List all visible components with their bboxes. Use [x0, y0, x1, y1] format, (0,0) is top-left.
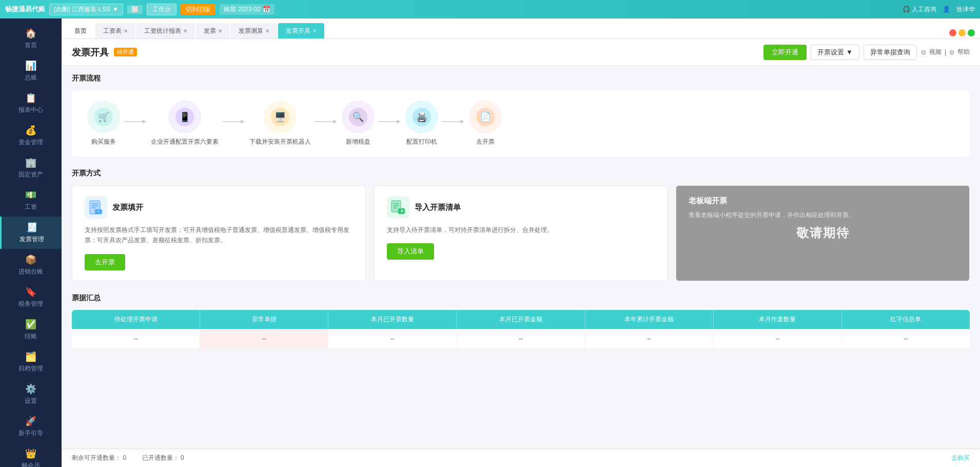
reports-icon: 📋: [25, 92, 36, 104]
tab-invoice-label: 发票: [204, 27, 216, 35]
method-section-title: 开票方式: [72, 169, 970, 178]
col-month-count: 本月已开票数量: [328, 310, 457, 329]
sidebar-label-home: 首页: [25, 41, 37, 50]
col-abnormal: 异常单据: [200, 310, 328, 329]
video-link[interactable]: 视频: [929, 48, 942, 56]
method-cards: ✎ 发票填开 支持按照发票格式手工填写开发票；可开具增值税电子普通发票、增值税普…: [72, 185, 970, 281]
import-card-desc: 支持导入待开票清单，可对待开票清单进行拆分、合并处理。: [387, 225, 655, 235]
buy-link[interactable]: 去购买: [951, 454, 970, 462]
summary-section-title: 票据汇总: [72, 294, 970, 303]
process-section: 开票流程 🛒 购买服务 📱: [72, 74, 970, 157]
sidebar-item-archive[interactable]: 🗂️ 归档管理: [0, 346, 62, 378]
tab-payroll-stats[interactable]: 工资统计报表 ✕: [136, 23, 195, 38]
workbench-button[interactable]: 工作台: [147, 4, 177, 15]
sidebar-label-payroll: 工资: [25, 203, 37, 211]
sidebar-item-home[interactable]: 🏠 首页: [0, 23, 62, 55]
sidebar-label-capital: 资金管理: [18, 138, 43, 147]
process-step-download[interactable]: 🖥️ 下载并安装开票机器人: [249, 101, 311, 146]
tab-invoice-calc[interactable]: 发票测算 ✕: [231, 23, 277, 38]
sidebar-item-reconcile[interactable]: ✅ 结账: [0, 314, 62, 346]
header-actions: 立即开通 开票设置 ▼ 异常单据查询 ⊙ 视频 | ⊙ 帮助: [763, 45, 970, 60]
cell-year-amount: --: [585, 329, 714, 349]
sidebar-item-guide[interactable]: 🚀 新手引导: [0, 411, 62, 443]
cell-month-amount: --: [457, 329, 585, 349]
config-icon: 📱: [168, 101, 201, 133]
member-icon: 👑: [25, 448, 36, 459]
sidebar-item-member[interactable]: 👑 畅会员: [0, 443, 62, 467]
summary-table-header: 待处理开票申请 异常单据 本月已开票数量 本月已开票金额 本年累计开票金额 本月…: [72, 310, 970, 329]
tab-home[interactable]: 首页: [67, 23, 94, 38]
tab-invoice-tool-label: 发票开具: [286, 27, 310, 35]
help-icon: ⊙: [949, 49, 954, 56]
calendar-icon[interactable]: 📅: [263, 6, 270, 13]
process-step-config[interactable]: 📱 企业开通配置开票六要素: [151, 101, 219, 146]
help-link[interactable]: 帮助: [957, 48, 970, 56]
tab-invoice-calc-label: 发票测算: [239, 27, 263, 35]
period-label: 账期: [224, 5, 236, 14]
page-header: 发票开具 待开通 立即开通 开票设置 ▼ 异常单据查询 ⊙ 视频 | ⊙ 帮助: [62, 39, 980, 66]
settings-icon: ⚙️: [25, 383, 36, 395]
buy-label: 购买服务: [91, 138, 116, 146]
window-maximize-button[interactable]: [968, 29, 975, 36]
svg-text:🖨️: 🖨️: [416, 111, 428, 123]
close-icon[interactable]: ✕: [312, 28, 317, 34]
close-icon[interactable]: ✕: [183, 28, 187, 34]
process-step-buy[interactable]: 🛒 购买服务: [87, 101, 120, 146]
config-label: 企业开通配置开票六要素: [151, 138, 219, 146]
process-step-taxdisk[interactable]: 🔍 新增税盘: [342, 101, 375, 146]
tab-bar: 首页 工资表 ✕ 工资统计报表 ✕ 发票 ✕ 发票测算 ✕ 发票开具 ✕: [62, 18, 980, 39]
sidebar-label-guide: 新手引导: [18, 429, 43, 438]
arrow-5: [438, 108, 469, 139]
user-service-button[interactable]: 🎧 人工咨询: [903, 5, 936, 14]
sidebar-item-purchase[interactable]: 📦 进销台账: [0, 249, 62, 281]
manual-card-icon: ✎: [85, 196, 107, 219]
sidebar-item-reports[interactable]: 📋 报表中心: [0, 87, 62, 120]
company-selector[interactable]: (勿删) 江西服装-LSS ▼: [49, 4, 123, 15]
sidebar-label-settings: 设置: [25, 397, 37, 405]
import-list-button[interactable]: 导入清单: [387, 243, 434, 260]
settings-button[interactable]: 开票设置 ▼: [811, 45, 859, 60]
process-section-title: 开票流程: [72, 74, 970, 83]
close-icon[interactable]: ✕: [218, 28, 222, 34]
user-name[interactable]: 徐泽华: [956, 5, 975, 14]
sidebar-item-tax[interactable]: 🔖 税务管理: [0, 281, 62, 314]
svg-text:📱: 📱: [179, 111, 191, 123]
sidebar-item-ledger[interactable]: 📊 总账: [0, 55, 62, 87]
manual-card-title: 发票填开: [112, 203, 143, 212]
company-name: (勿删) 江西服装-LSS: [54, 5, 110, 14]
sidebar-item-settings[interactable]: ⚙️ 设置: [0, 378, 62, 411]
arrow-1: [120, 108, 151, 139]
close-icon[interactable]: ✕: [265, 28, 269, 34]
col-month-amount: 本月已开票金额: [457, 310, 585, 329]
close-icon[interactable]: ✕: [124, 28, 128, 34]
copy-icon[interactable]: ⬜: [127, 5, 143, 14]
tab-invoice[interactable]: 发票 ✕: [196, 23, 230, 38]
go-invoice-button[interactable]: 去开票: [85, 254, 125, 270]
tab-invoice-tool[interactable]: 发票开具 ✕: [278, 23, 324, 38]
col-red-note: 红字信息单: [842, 310, 970, 329]
svg-marker-19: [460, 120, 464, 124]
sidebar-item-capital[interactable]: 💰 资金管理: [0, 120, 62, 152]
query-button[interactable]: 异常单据查询: [864, 45, 917, 60]
sidebar-item-invoice[interactable]: 🧾 发票管理: [0, 217, 62, 249]
tab-payroll-table[interactable]: 工资表 ✕: [95, 23, 135, 38]
window-minimize-button[interactable]: [958, 29, 966, 36]
svg-text:🔍: 🔍: [352, 111, 364, 123]
process-step-issue[interactable]: 📄 去开票: [469, 101, 502, 146]
import-card-header: 导入开票清单: [387, 196, 655, 219]
sidebar-label-tax: 税务管理: [18, 300, 43, 308]
capital-icon: 💰: [25, 125, 36, 136]
assets-icon: 🏢: [25, 157, 36, 168]
page-title: 发票开具: [72, 46, 109, 59]
window-close-button[interactable]: [949, 29, 956, 36]
activate-button[interactable]: 立即开通: [763, 45, 807, 60]
old-version-button[interactable]: 切到旧版: [181, 4, 215, 15]
svg-marker-15: [397, 120, 401, 124]
svg-text:📄: 📄: [480, 111, 492, 123]
sidebar-label-ledger: 总账: [25, 73, 37, 82]
process-step-printer[interactable]: 🖨️ 配置打印机: [405, 101, 438, 146]
sidebar-item-assets[interactable]: 🏢 固定资产: [0, 152, 62, 184]
guide-icon: 🚀: [25, 416, 36, 427]
chevron-down-icon: ▼: [112, 6, 119, 13]
sidebar-item-payroll[interactable]: 💵 工资: [0, 184, 62, 217]
